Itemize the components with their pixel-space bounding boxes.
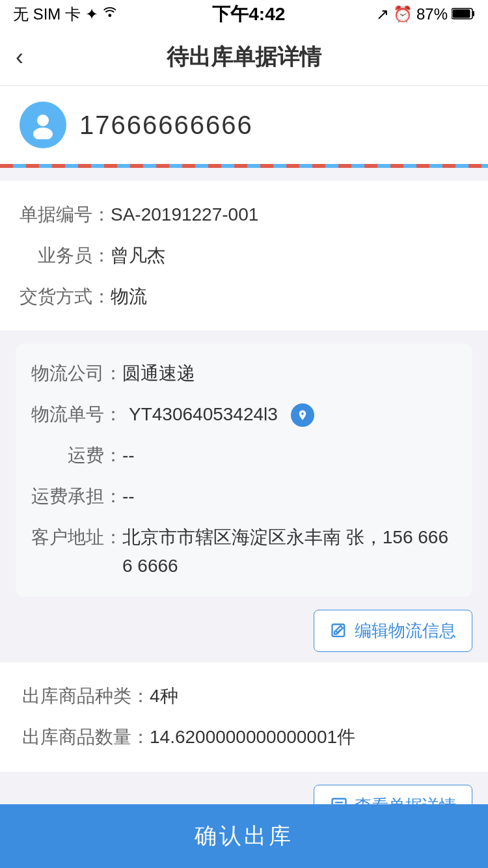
svg-point-4 [33, 128, 53, 139]
dashed-divider [0, 164, 488, 168]
edit-logistics-button[interactable]: 编辑物流信息 [314, 610, 472, 652]
freight-bearer-row: 运费承担： -- [31, 482, 457, 511]
delivery-method-value: 物流 [111, 282, 468, 312]
location-status-icon: ↗ [376, 5, 389, 23]
logistics-company-label: 物流公司： [31, 359, 122, 388]
tracking-no-label: 物流单号： [31, 400, 122, 429]
customer-phone: 17666666666 [79, 111, 253, 140]
salesman-label: 业务员： [20, 241, 111, 271]
freight-value: -- [122, 441, 457, 470]
goods-quantity-value: 14.6200000000000001件 [150, 723, 468, 752]
wifi-icon [103, 5, 122, 23]
order-no-label: 单据编号： [20, 200, 111, 230]
order-no-row: 单据编号： SA-20191227-001 [20, 200, 468, 230]
salesman-value: 曾凡杰 [111, 241, 468, 271]
customer-header: 17666666666 [0, 86, 488, 164]
status-bar: 无 SIM 卡 ✦ 下午4:42 ↗ ⏰ 87% [0, 0, 488, 29]
svg-rect-1 [472, 11, 474, 16]
nav-bar: ‹ 待出库单据详情 [0, 29, 488, 86]
section-separator-1 [0, 652, 488, 662]
salesman-row: 业务员： 曾凡杰 [20, 241, 468, 271]
sim-status: 无 SIM 卡 ✦ [13, 4, 98, 25]
address-value: 北京市市辖区海淀区永丰南 张，156 6666 6666 [122, 523, 457, 582]
battery-level: 87% [416, 5, 448, 23]
freight-bearer-label: 运费承担： [31, 482, 122, 511]
goods-summary-section: 出库商品种类： 4种 出库商品数量： 14.6200000000000001件 [0, 662, 488, 772]
delivery-method-row: 交货方式： 物流 [20, 282, 468, 312]
edit-logistics-label: 编辑物流信息 [355, 619, 456, 642]
order-no-value: SA-20191227-001 [111, 200, 468, 230]
freight-bearer-value: -- [122, 482, 457, 511]
freight-row: 运费： -- [31, 441, 457, 470]
page-title: 待出库单据详情 [167, 42, 321, 72]
logistics-company-row: 物流公司： 圆通速递 [31, 359, 457, 388]
delivery-method-label: 交货方式： [20, 282, 111, 312]
tracking-no-value: YT43064053424l3 [129, 400, 278, 429]
avatar [20, 102, 66, 148]
goods-quantity-label: 出库商品数量： [20, 723, 150, 752]
edit-logistics-row: 编辑物流信息 [16, 610, 472, 652]
goods-type-row: 出库商品种类： 4种 [20, 682, 468, 711]
goods-quantity-row: 出库商品数量： 14.6200000000000001件 [20, 723, 468, 752]
tracking-no-row: 物流单号： YT43064053424l3 [31, 400, 457, 429]
back-button[interactable]: ‹ [16, 44, 23, 71]
battery-icon [452, 5, 475, 23]
status-left: 无 SIM 卡 ✦ [13, 4, 122, 25]
status-time: 下午4:42 [212, 2, 285, 27]
alarm-icon: ⏰ [393, 5, 413, 23]
address-label: 客户地址： [31, 523, 122, 552]
address-row: 客户地址： 北京市市辖区海淀区永丰南 张，156 6666 6666 [31, 523, 457, 582]
bottom-area: 确认出库 [0, 804, 488, 868]
freight-label: 运费： [31, 441, 122, 470]
confirm-button[interactable]: 确认出库 [0, 804, 488, 868]
status-right: ↗ ⏰ 87% [376, 5, 475, 23]
order-info-section: 单据编号： SA-20191227-001 业务员： 曾凡杰 交货方式： 物流 [0, 181, 488, 331]
page-wrapper: 无 SIM 卡 ✦ 下午4:42 ↗ ⏰ 87% ‹ 待出库单据详情 [0, 0, 488, 868]
svg-point-3 [37, 115, 49, 126]
logistics-company-value: 圆通速递 [122, 359, 457, 388]
goods-type-value: 4种 [150, 682, 468, 711]
logistics-card: 物流公司： 圆通速递 物流单号： YT43064053424l3 运费： -- … [16, 344, 472, 597]
goods-type-label: 出库商品种类： [20, 682, 150, 711]
svg-rect-2 [452, 10, 470, 18]
track-location-icon[interactable] [291, 403, 314, 427]
